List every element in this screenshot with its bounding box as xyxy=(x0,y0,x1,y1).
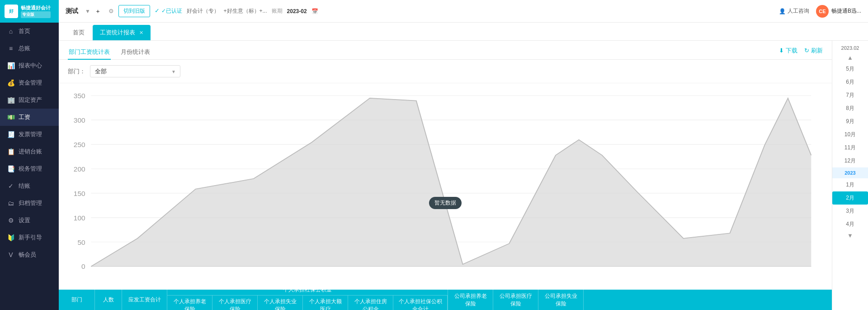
sidebar-item-invoice[interactable]: 🧾 发票管理 xyxy=(0,126,59,143)
sidebar-item-archive[interactable]: 🗂 归档管理 xyxy=(0,195,59,212)
date-month-apr[interactable]: 4月 xyxy=(832,218,868,231)
avatar: CE xyxy=(816,5,829,18)
sidebar-item-ledger[interactable]: ≡ 总账 xyxy=(0,40,59,57)
sidebar-item-checkout[interactable]: ✓ 结账 xyxy=(0,177,59,195)
date-month-feb[interactable]: 2月 xyxy=(832,191,868,205)
th-company-medical: 公司承担医疗保险 xyxy=(493,290,538,310)
logo-icon: 好 xyxy=(5,5,18,18)
sidebar-item-reports[interactable]: 📊 报表中心 xyxy=(0,57,59,74)
main-area: 测试 ▼ ＋ ⚙ 切到旧版 ✓ ✓已认证 好会计（专） +好生意（标）+... … xyxy=(59,0,868,310)
date-month-jun[interactable]: 6月 xyxy=(832,76,868,89)
topbar: 测试 ▼ ＋ ⚙ 切到旧版 ✓ ✓已认证 好会计（专） +好生意（标）+... … xyxy=(59,0,868,23)
refresh-btn[interactable]: ↻ 刷新 xyxy=(804,47,823,55)
personal-group-items: 个人承担养老保险 个人承担医疗保险 个人承担失业保险 个人承担大额医疗 个人承担… xyxy=(167,296,448,310)
tab-close-icon[interactable]: ✕ xyxy=(139,30,143,35)
guide-icon: 🔰 xyxy=(7,234,15,241)
date-month-sep[interactable]: 9月 xyxy=(832,115,868,128)
tab-home-label: 首页 xyxy=(73,29,85,36)
sub-tab-dept[interactable]: 部门工资统计表 xyxy=(68,45,111,60)
refresh-icon: ↻ xyxy=(804,47,809,54)
th-personal-housing: 个人承担住房公积金 xyxy=(348,296,393,310)
sidebar-item-sales-label: 进销台账 xyxy=(19,148,42,156)
date-year-value: 2023.02 xyxy=(841,45,859,51)
tabs-bar: 首页 工资统计报表 ✕ xyxy=(59,23,868,41)
date-nav-up[interactable]: ▲ xyxy=(832,53,868,62)
user-menu[interactable]: CE 畅捷通B迅... xyxy=(816,5,861,18)
sidebar-item-tax[interactable]: 📑 税务管理 xyxy=(0,160,59,177)
personal-group-header: 个人承担社保公积金 xyxy=(167,290,448,296)
sidebar-item-reports-label: 报表中心 xyxy=(19,62,42,70)
sub-tab-monthly-label: 月份统计表 xyxy=(121,48,150,55)
sidebar-item-home-label: 首页 xyxy=(19,27,30,35)
member-icon: V xyxy=(7,251,15,258)
chart-svg: 350 300 250 200 150 100 50 0 xyxy=(68,88,823,285)
sidebar-item-home[interactable]: ⌂ 首页 xyxy=(0,23,59,40)
home-icon: ⌂ xyxy=(7,28,15,35)
date-month-oct[interactable]: 10月 xyxy=(832,128,868,141)
date-month-jul[interactable]: 7月 xyxy=(832,89,868,102)
status-tags: +好生意（标）+... xyxy=(224,7,267,15)
th-dept: 部门 xyxy=(59,290,95,310)
refresh-label: 刷新 xyxy=(811,47,823,55)
tab-salary-report[interactable]: 工资统计报表 ✕ xyxy=(93,25,151,40)
download-icon: ⬇ xyxy=(779,47,784,54)
sidebar-item-guide[interactable]: 🔰 新手引导 xyxy=(0,229,59,246)
salary-icon: 💵 xyxy=(7,114,15,121)
date-nav-down[interactable]: ▼ xyxy=(832,231,868,240)
svg-text:300: 300 xyxy=(74,117,85,124)
assets-icon: 🏢 xyxy=(7,96,15,104)
sidebar-item-sales[interactable]: 📋 进销台账 xyxy=(0,143,59,160)
tab-salary-label: 工资统计报表 xyxy=(100,29,135,36)
period-label: 账期 xyxy=(272,7,283,15)
svg-text:50: 50 xyxy=(77,239,85,246)
sidebar-item-settings-label: 设置 xyxy=(19,216,30,224)
topbar-right: 👤 人工咨询 CE 畅捷通B迅... xyxy=(779,5,861,18)
switch-old-btn[interactable]: 切到旧版 xyxy=(118,5,150,17)
sales-icon: 📋 xyxy=(7,148,15,155)
sub-tab-dept-label: 部门工资统计表 xyxy=(69,48,110,55)
content-area: 部门工资统计表 月份统计表 ⬇ 下载 ↻ 刷新 xyxy=(59,41,868,310)
sidebar-item-member-label: 畅会员 xyxy=(19,251,36,259)
date-month-jan[interactable]: 1月 xyxy=(832,178,868,191)
help-btn[interactable]: 👤 人工咨询 xyxy=(779,7,809,15)
th-salary: 应发工资合计 xyxy=(122,290,167,310)
reports-icon: 📊 xyxy=(7,62,15,69)
th-personal-large-medical: 个人承担大额医疗 xyxy=(303,296,348,310)
date-month-may[interactable]: 5月 xyxy=(832,62,868,76)
sidebar-item-funds[interactable]: 💰 资金管理 xyxy=(0,74,59,91)
date-month-aug[interactable]: 8月 xyxy=(832,102,868,115)
add-icon[interactable]: ＋ xyxy=(95,7,104,15)
sidebar-item-invoice-label: 发票管理 xyxy=(19,130,42,138)
tab-home[interactable]: 首页 xyxy=(66,25,92,40)
date-month-nov[interactable]: 11月 xyxy=(832,141,868,154)
funds-icon: 💰 xyxy=(7,79,15,86)
calendar-icon[interactable]: 📅 xyxy=(311,8,318,14)
app-name: 畅捷通好会计 xyxy=(21,5,51,11)
download-label: 下载 xyxy=(786,47,797,55)
sidebar-item-member[interactable]: V 畅会员 xyxy=(0,246,59,263)
sidebar-item-settings[interactable]: ⚙ 设置 xyxy=(0,212,59,229)
sidebar-item-assets[interactable]: 🏢 固定资产 xyxy=(0,91,59,109)
date-month-mar[interactable]: 3月 xyxy=(832,205,868,218)
sidebar-item-assets-label: 固定资产 xyxy=(19,96,42,104)
filter-bar: 部门： 全部 部门1 部门2 xyxy=(59,60,832,83)
download-btn[interactable]: ⬇ 下载 xyxy=(779,47,797,55)
sub-tab-monthly[interactable]: 月份统计表 xyxy=(120,45,151,60)
dept-filter-select[interactable]: 全部 部门1 部门2 xyxy=(90,65,180,77)
date-year-2023: 2023 xyxy=(832,167,868,178)
th-company-pension: 公司承担养老保险 xyxy=(448,290,493,310)
settings-gear-icon[interactable]: ⚙ xyxy=(108,8,114,14)
left-panel: 部门工资统计表 月份统计表 ⬇ 下载 ↻ 刷新 xyxy=(59,41,832,310)
table-headers: 部门 人数 应发工资合计 个人承担社保公积金 个人承担养老保险 个人承担医疗保险… xyxy=(59,290,832,310)
th-people: 人数 xyxy=(95,290,122,310)
sidebar-item-funds-label: 资金管理 xyxy=(19,79,42,87)
svg-text:200: 200 xyxy=(74,166,85,172)
date-month-dec[interactable]: 12月 xyxy=(832,154,868,167)
sidebar-item-salary[interactable]: 💵 工资 xyxy=(0,109,59,126)
th-personal-total: 个人承担社保公积金合计 xyxy=(393,296,448,310)
status-good: 好会计（专） xyxy=(187,7,219,15)
svg-text:250: 250 xyxy=(74,142,85,148)
table-header-row: 部门 人数 应发工资合计 个人承担社保公积金 个人承担养老保险 个人承担医疗保险… xyxy=(59,290,832,310)
date-year-display: 2023.02 xyxy=(839,43,862,53)
settings-icon: ⚙ xyxy=(7,217,15,224)
